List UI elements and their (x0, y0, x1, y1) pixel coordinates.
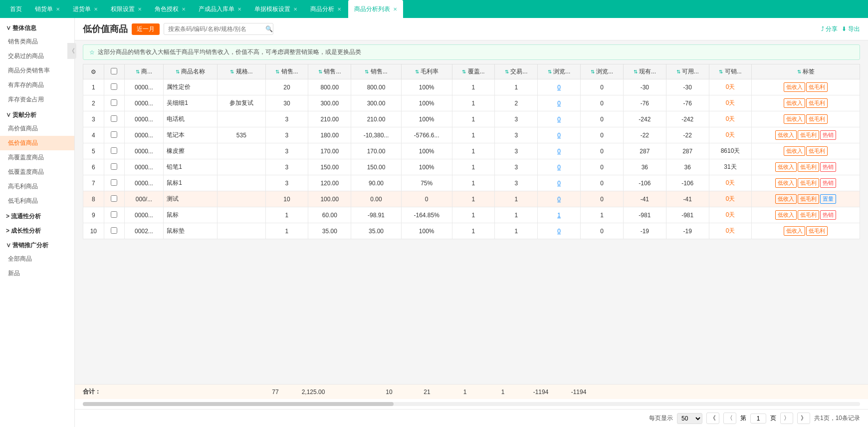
row-browse1[interactable]: 0 (538, 79, 581, 95)
th-browse1[interactable]: ⇅ 浏览... (538, 64, 581, 79)
th-gross-rate[interactable]: ⇅ 毛利率 (401, 64, 452, 79)
th-available[interactable]: ⇅ 可用... (666, 64, 709, 79)
th-stock[interactable]: ⇅ 现有... (623, 64, 666, 79)
browse-link[interactable]: 0 (557, 148, 561, 155)
sidebar-item-stock-goods[interactable]: 有库存的商品 (0, 78, 74, 92)
next-page-button[interactable]: 〉 (780, 413, 793, 424)
sidebar-group-growth[interactable]: > 成长性分析 (0, 223, 74, 237)
row-browse1[interactable]: 0 (538, 159, 581, 175)
th-coverage[interactable]: ⇅ 覆盖... (452, 64, 495, 79)
browse-link[interactable]: 0 (557, 164, 561, 171)
close-icon[interactable]: ✕ (293, 6, 297, 12)
sidebar-item-all-goods[interactable]: 全部商品 (0, 252, 74, 266)
sidebar-item-low-coverage[interactable]: 低覆盖度商品 (0, 165, 74, 179)
sidebar-item-high-coverage[interactable]: 高覆盖度商品 (0, 150, 74, 165)
nav-product-analysis[interactable]: 商品分析 ✕ (304, 0, 347, 18)
sidebar-item-low-margin[interactable]: 低毛利商品 (0, 194, 74, 208)
row-browse1[interactable]: 0 (538, 223, 581, 239)
row-browse1[interactable]: 0 (538, 111, 581, 127)
sidebar-item-traded-goods[interactable]: 交易过的商品 (0, 49, 74, 63)
th-sales-qty[interactable]: ⇅ 销售... (265, 64, 308, 79)
prev-page-button[interactable]: 〈 (723, 413, 736, 424)
row-select-checkbox[interactable] (111, 195, 117, 202)
row-select-checkbox[interactable] (111, 115, 117, 122)
row-select-checkbox[interactable] (111, 227, 117, 234)
browse-link[interactable]: 0 (557, 116, 561, 123)
browse-link[interactable]: 0 (557, 84, 561, 91)
nav-product-in[interactable]: 产成品入库单 ✕ (193, 0, 247, 18)
row-checkbox[interactable] (104, 223, 124, 239)
th-sales-val[interactable]: ⇅ 销售... (351, 64, 402, 79)
sidebar-group-marketing[interactable]: ∨ 营销推广分析 (0, 237, 74, 252)
sidebar-item-capital-occupy[interactable]: 库存资金占用 (0, 92, 74, 107)
nav-role-auth[interactable]: 角色授权 ✕ (149, 0, 192, 18)
nav-purchase-order[interactable]: 进货单 ✕ (67, 0, 104, 18)
export-button[interactable]: ⬇ 导出 (842, 25, 860, 33)
th-transactions[interactable]: ⇅ 交易... (495, 64, 538, 79)
nav-home[interactable]: 首页 (4, 0, 28, 18)
nav-product-analysis-list[interactable]: 商品分析列表 ✕ (348, 0, 403, 18)
row-checkbox[interactable] (104, 127, 124, 143)
close-icon[interactable]: ✕ (337, 6, 341, 12)
nav-sales-order[interactable]: 销货单 ✕ (29, 0, 66, 18)
th-tags[interactable]: ⇅ 标签 (752, 64, 860, 79)
row-browse1[interactable]: 1 (538, 207, 581, 223)
browse-link[interactable]: 0 (557, 100, 561, 107)
row-browse1[interactable]: 0 (538, 143, 581, 159)
row-select-checkbox[interactable] (111, 99, 117, 106)
th-spec[interactable]: ⇅ 规格... (217, 64, 265, 79)
close-icon[interactable]: ✕ (138, 6, 142, 12)
close-icon[interactable]: ✕ (56, 6, 60, 12)
close-icon[interactable]: ✕ (94, 6, 98, 12)
sidebar-group-flow[interactable]: > 流通性分析 (0, 208, 74, 223)
row-select-checkbox[interactable] (111, 211, 117, 218)
last-page-button[interactable]: 》 (797, 413, 810, 424)
nav-template[interactable]: 单据模板设置 ✕ (248, 0, 303, 18)
browse-link[interactable]: 1 (557, 212, 561, 219)
row-checkbox[interactable] (104, 191, 124, 207)
row-checkbox[interactable] (104, 159, 124, 175)
sidebar-item-high-value[interactable]: 高价值商品 (0, 121, 74, 136)
sidebar-item-sales-goods[interactable]: 销售类商品 (0, 34, 74, 49)
browse-link[interactable]: 0 (557, 228, 561, 235)
row-select-checkbox[interactable] (111, 83, 117, 90)
th-sales-amt[interactable]: ⇅ 销售... (308, 64, 351, 79)
th-browse2[interactable]: ⇅ 浏览... (581, 64, 624, 79)
row-checkbox[interactable] (104, 175, 124, 191)
browse-link[interactable]: 0 (557, 180, 561, 187)
browse-link[interactable]: 0 (557, 196, 561, 203)
th-sellable[interactable]: ⇅ 可销... (709, 64, 752, 79)
browse-link[interactable]: 0 (557, 132, 561, 139)
close-icon[interactable]: ✕ (393, 6, 397, 12)
row-checkbox[interactable] (104, 95, 124, 111)
th-name[interactable]: ⇅ 商品名称 (164, 64, 217, 79)
row-browse1[interactable]: 0 (538, 95, 581, 111)
share-button[interactable]: ⤴ 分享 (821, 25, 838, 33)
row-select-checkbox[interactable] (111, 163, 117, 170)
row-checkbox[interactable] (104, 143, 124, 159)
sidebar-group-contribution[interactable]: ∨ 贡献分析 (0, 107, 74, 121)
row-checkbox[interactable] (104, 79, 124, 95)
sidebar-group-overall[interactable]: ∨ 整体信息 (0, 20, 74, 34)
search-input[interactable] (164, 23, 273, 35)
close-icon[interactable]: ✕ (182, 6, 186, 12)
page-input[interactable] (750, 414, 766, 424)
first-page-button[interactable]: 《 (706, 413, 719, 424)
row-checkbox[interactable] (104, 111, 124, 127)
close-icon[interactable]: ✕ (237, 6, 241, 12)
row-browse1[interactable]: 0 (538, 191, 581, 207)
row-select-checkbox[interactable] (111, 179, 117, 186)
row-browse1[interactable]: 0 (538, 127, 581, 143)
search-icon[interactable]: 🔍 (265, 25, 273, 32)
row-select-checkbox[interactable] (111, 147, 117, 154)
sidebar-item-high-margin[interactable]: 高毛利商品 (0, 179, 74, 194)
sidebar-item-category-rate[interactable]: 商品分类销售率 (0, 63, 74, 78)
sidebar-item-low-value[interactable]: 低价值商品 (0, 136, 74, 150)
th-code[interactable]: ⇅ 商... (124, 64, 164, 79)
sidebar-collapse-button[interactable]: 《 (67, 43, 76, 59)
nav-permission[interactable]: 权限设置 ✕ (105, 0, 148, 18)
sidebar-item-new-goods[interactable]: 新品 (0, 266, 74, 281)
page-size-select[interactable]: 50 20 100 (677, 413, 702, 424)
filter-recent-month-button[interactable]: 近一月 (132, 23, 160, 35)
row-select-checkbox[interactable] (111, 131, 117, 138)
